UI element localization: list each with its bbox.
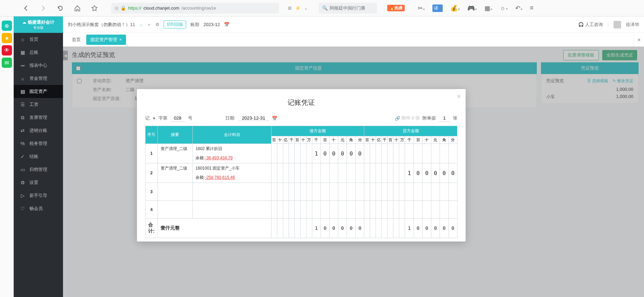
star-icon[interactable] bbox=[91, 4, 98, 12]
home-icon[interactable] bbox=[74, 4, 81, 12]
undo-icon[interactable]: ↶▾ bbox=[515, 4, 522, 12]
forward-icon[interactable] bbox=[39, 4, 47, 12]
reload-icon[interactable] bbox=[56, 4, 64, 12]
wallet-icon[interactable]: 💰▾ bbox=[450, 4, 460, 12]
chevron-down-icon[interactable]: ⌄ bbox=[304, 5, 308, 11]
search-box[interactable]: 🔍 阿根廷中国行门票 bbox=[319, 3, 377, 14]
url-host: cloud.chanjet.com bbox=[143, 5, 179, 11]
url-scheme: https:// bbox=[128, 5, 141, 11]
qr-icon[interactable]: ⊞ bbox=[288, 5, 292, 11]
shield-icon: ◎ bbox=[115, 5, 118, 11]
url-path: /accounting/uw1e bbox=[181, 5, 216, 11]
lock-icon: 🔒 bbox=[121, 5, 126, 11]
bolt-icon[interactable]: ⚡ bbox=[295, 5, 301, 11]
browser-toolbar: ◎ 🔒 https://cloud.chanjet.com/accounting… bbox=[0, 0, 644, 16]
translate-icon[interactable]: 译▾ bbox=[432, 4, 443, 12]
game-icon[interactable]: 🎮▾ bbox=[467, 4, 477, 12]
sun-icon[interactable]: ☼▾ bbox=[500, 4, 508, 12]
address-bar[interactable]: ◎ 🔒 https://cloud.chanjet.com/accounting… bbox=[111, 3, 279, 14]
scissors-icon[interactable]: ✂▾ bbox=[418, 4, 425, 12]
menu-icon[interactable]: ≡ bbox=[530, 4, 534, 12]
hot-tag[interactable]: 🔥热搜 bbox=[387, 5, 405, 11]
grid-icon[interactable]: ▦▾ bbox=[484, 4, 492, 12]
search-placeholder: 阿根廷中国行门票 bbox=[330, 5, 365, 11]
search-icon: 🔍 bbox=[322, 5, 328, 11]
back-icon[interactable] bbox=[22, 4, 30, 12]
